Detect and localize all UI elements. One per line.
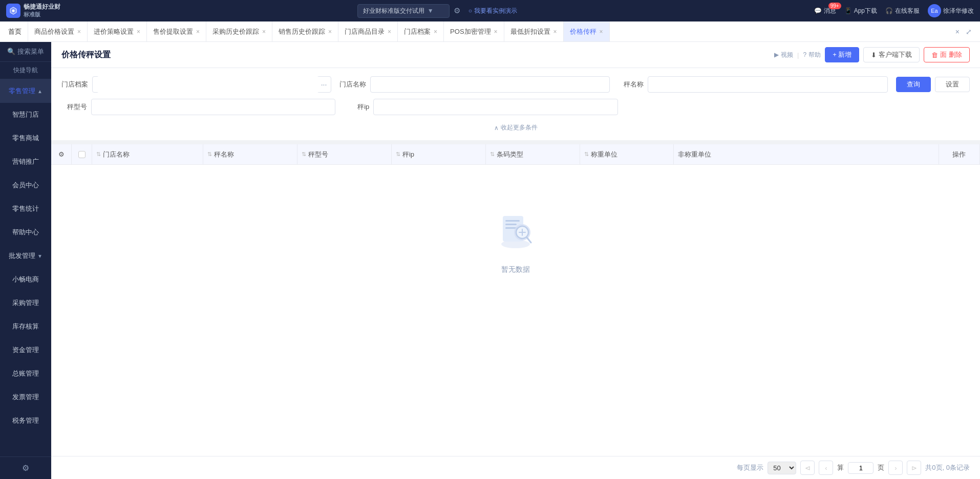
add-button[interactable]: + 新增 <box>825 47 859 62</box>
tab-commodity-price-close[interactable]: × <box>77 29 81 35</box>
filter-store-archive-input[interactable] <box>97 76 319 93</box>
sidebar-item-inventory[interactable]: 库存核算 <box>0 315 51 338</box>
th-scale-model-sort-icon[interactable]: ⇅ <box>302 151 306 158</box>
ellipsis-icon[interactable]: ··· <box>321 80 327 89</box>
tab-min-discount-label: 最低折扣设置 <box>510 27 550 36</box>
last-page-button[interactable]: ⊳ <box>907 461 921 475</box>
th-scale-ip-sort-icon[interactable]: ⇅ <box>396 151 400 158</box>
online-service-button[interactable]: 🎧 在线客服 <box>885 7 920 15</box>
sidebar-item-general-ledger[interactable]: 总账管理 <box>0 362 51 385</box>
tab-sale-price-close[interactable]: × <box>196 29 200 35</box>
sidebar-item-retail-mall[interactable]: 零售商城 <box>0 126 51 150</box>
query-button-label: 查询 <box>907 80 920 89</box>
user-info[interactable]: Ea 徐泽华修改 <box>928 4 974 17</box>
filter-store-archive-input-wrap[interactable]: ··· <box>92 76 331 93</box>
app-download-button[interactable]: 📱 App下载 <box>844 7 877 15</box>
first-page-button[interactable]: ⊲ <box>800 461 815 475</box>
tab-sales-history[interactable]: 销售历史价跟踪 × <box>272 21 338 42</box>
th-settings[interactable]: ⚙ <box>51 144 72 164</box>
tab-pos-encrypt-close[interactable]: × <box>494 29 498 35</box>
tab-purchase-strategy-close[interactable]: × <box>137 29 140 35</box>
tab-sale-price[interactable]: 售价提取设置 × <box>147 21 206 42</box>
sidebar-item-retail-stats-label: 零售统计 <box>12 204 39 213</box>
th-barcode-sort-icon[interactable]: ⇅ <box>490 151 495 158</box>
next-page-button[interactable]: › <box>888 461 903 475</box>
svg-point-0 <box>12 10 15 12</box>
sidebar-item-retail-stats[interactable]: 零售统计 <box>0 197 51 221</box>
tab-price-transmit-close[interactable]: × <box>600 29 603 35</box>
tab-store-catalog-close[interactable]: × <box>388 29 391 35</box>
sidebar-item-xiaochang-ecom[interactable]: 小畅电商 <box>0 268 51 291</box>
sidebar-item-marketing[interactable]: 营销推广 <box>0 150 51 173</box>
demo-link[interactable]: ○ 我要看实例演示 <box>468 7 517 15</box>
filter-store-name-input[interactable] <box>370 76 609 93</box>
tab-min-discount-close[interactable]: × <box>553 29 557 35</box>
sidebar-item-member-center[interactable]: 会员中心 <box>0 173 51 197</box>
column-settings-icon[interactable]: ⚙ <box>58 150 65 158</box>
th-weight-unit-label: 称重单位 <box>591 150 617 159</box>
collapse-button-label: 收起更多条件 <box>501 123 538 132</box>
tab-commodity-price[interactable]: 商品价格设置 × <box>28 21 88 42</box>
sidebar-gear-icon[interactable]: ⚙ <box>22 464 29 472</box>
tab-sales-history-close[interactable]: × <box>328 29 332 35</box>
sidebar-item-smart-store[interactable]: 智慧门店 <box>0 103 51 126</box>
tab-min-discount[interactable]: 最低折扣设置 × <box>504 21 564 42</box>
sidebar-item-tax-mgmt[interactable]: 税务管理 <box>0 409 51 432</box>
empty-state-text: 暂无数据 <box>501 265 530 274</box>
tab-store-archive-close[interactable]: × <box>434 29 437 35</box>
per-page-select[interactable]: 10 20 50 100 <box>768 462 796 474</box>
search-icon: 🔍 <box>7 48 15 55</box>
prev-page-button[interactable]: ‹ <box>819 461 833 475</box>
tab-store-archive[interactable]: 门店档案 × <box>398 21 444 42</box>
messages-button[interactable]: 💬 消息 99+ <box>814 7 836 15</box>
download-button[interactable]: ⬇ 客户端下载 <box>863 47 920 62</box>
sidebar-search[interactable]: 🔍 搜索菜单 <box>0 42 51 62</box>
th-scale-name-sort-icon[interactable]: ⇅ <box>207 151 212 158</box>
tab-price-transmit[interactable]: 价格传秤 × <box>564 21 610 42</box>
th-checkbox[interactable] <box>72 144 92 164</box>
video-link[interactable]: ▶ 视频 <box>774 51 793 59</box>
th-scale-ip: ⇅ 秤ip <box>392 144 486 164</box>
sidebar-item-wholesale-mgmt[interactable]: 批发管理 ▼ <box>0 244 51 268</box>
tab-pos-encrypt[interactable]: POS加密管理 × <box>444 21 504 42</box>
topbar-settings-button[interactable]: ⚙ <box>454 6 460 15</box>
main-layout: 🔍 搜索菜单 快捷导航 零售管理 ▲ 智慧门店 零售商城 营销推广 会员中心 零… <box>0 42 980 479</box>
env-selector[interactable]: 好业财标准版交付试用 ▼ <box>357 4 450 18</box>
tab-purchase-history-close[interactable]: × <box>262 29 266 35</box>
filter-scale-name-input[interactable] <box>648 76 888 93</box>
filter-scale-ip: 秤ip <box>344 99 617 115</box>
filter-area: 门店档案 ··· 门店名称 秤名称 查询 <box>51 68 980 140</box>
tab-home[interactable]: 首页 <box>2 21 28 42</box>
settings-filter-button[interactable]: 设置 <box>935 77 970 92</box>
filter-scale-ip-input[interactable] <box>373 99 617 115</box>
tab-store-catalog[interactable]: 门店商品目录 × <box>338 21 398 42</box>
sidebar-item-member-center-label: 会员中心 <box>12 181 39 190</box>
topbar: 畅捷通好业财 标准版 好业财标准版交付试用 ▼ ⚙ ○ 我要看实例演示 💬 消息… <box>0 0 980 21</box>
query-button[interactable]: 查询 <box>896 77 931 92</box>
sidebar-item-retail-mgmt[interactable]: 零售管理 ▲ <box>0 79 51 103</box>
tab-purchase-strategy[interactable]: 进价策略设置 × <box>88 21 147 42</box>
page-number-input[interactable] <box>848 462 874 474</box>
select-all-checkbox[interactable] <box>78 151 86 158</box>
filter-store-name: 门店名称 <box>339 76 609 93</box>
sidebar-item-invoice-mgmt[interactable]: 发票管理 <box>0 385 51 409</box>
help-link[interactable]: ? 帮助 <box>803 51 821 59</box>
th-store-name-sort-icon[interactable]: ⇅ <box>96 151 101 158</box>
sidebar-item-purchase-mgmt[interactable]: 采购管理 <box>0 291 51 315</box>
th-weight-sort-icon[interactable]: ⇅ <box>584 151 589 158</box>
sidebar-item-general-ledger-label: 总账管理 <box>12 369 39 378</box>
sidebar-item-fund-mgmt[interactable]: 资金管理 <box>0 338 51 362</box>
tab-purchase-history[interactable]: 采购历史价跟踪 × <box>206 21 272 42</box>
sidebar-item-help-center[interactable]: 帮助中心 <box>0 221 51 244</box>
tab-expand-button[interactable]: ⤢ <box>964 27 974 37</box>
th-operation: 操作 <box>939 144 980 164</box>
per-page-label: 每页显示 <box>737 463 763 472</box>
filter-scale-model-input[interactable] <box>91 99 335 115</box>
svg-rect-3 <box>505 220 520 222</box>
tab-close-all-button[interactable]: × <box>953 27 962 37</box>
th-barcode-type-label: 条码类型 <box>497 150 523 159</box>
collapse-button[interactable]: ∧ 收起更多条件 <box>494 123 538 132</box>
sidebar-quick-nav[interactable]: 快捷导航 <box>0 62 51 79</box>
delete-button[interactable]: 🗑 面 删除 <box>924 47 970 62</box>
collapse-bar: ∧ 收起更多条件 <box>61 121 970 136</box>
